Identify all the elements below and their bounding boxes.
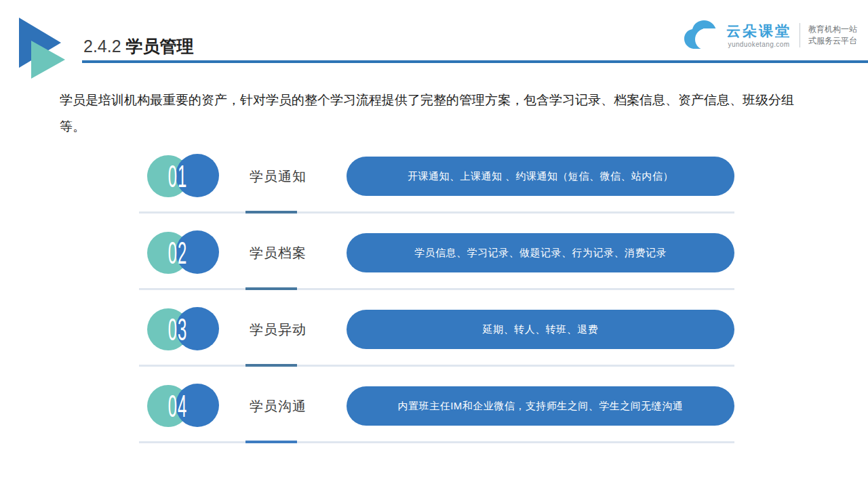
page-title: 2.4.2学员管理 xyxy=(83,35,194,58)
list-item: 04 学员沟通 内置班主任IM和企业微信，支持师生之间、学生之间无缝沟通 xyxy=(139,375,734,451)
list-item: 01 学员通知 开课通知、上课通知 、约课通知（短信、微信、站内信） xyxy=(139,145,734,222)
row-divider xyxy=(139,288,734,290)
divider-accent xyxy=(245,364,297,367)
row-divider xyxy=(139,211,734,214)
badge-number: 04 xyxy=(165,382,190,430)
brand-tagline: 教育机构一站 式服务云平台 xyxy=(808,24,857,47)
description-pill: 学员信息、学习记录、做题记录、行为记录、消费记录 xyxy=(347,233,734,272)
brand-logo: 云朵课堂 yunduoketang.com 教育机构一站 式服务云平台 xyxy=(683,19,857,52)
brand-name: 云朵课堂 xyxy=(726,23,791,39)
row-divider xyxy=(139,365,734,367)
intro-paragraph: 学员是培训机构最重要的资产，针对学员的整个学习流程提供了完整的管理方案，包含学习… xyxy=(60,87,819,140)
row-label: 学员通知 xyxy=(245,167,311,186)
title-underline xyxy=(82,60,868,63)
description-pill: 开课通知、上课通知 、约课通知（短信、微信、站内信） xyxy=(347,157,734,196)
divider-accent xyxy=(245,441,297,443)
row-label: 学员异动 xyxy=(245,321,311,339)
brand-text: 云朵课堂 yunduoketang.com xyxy=(726,23,791,48)
list-item: 02 学员档案 学员信息、学习记录、做题记录、行为记录、消费记录 xyxy=(139,222,734,298)
brand-divider xyxy=(800,23,800,47)
brand-domain: yunduoketang.com xyxy=(728,41,790,48)
slide-page: 2.4.2学员管理 云朵课堂 yunduoketang.com 教育机构一站 式… xyxy=(0,0,868,488)
badge-number: 02 xyxy=(165,229,190,277)
triangles-logo-icon xyxy=(12,11,73,80)
brand-tagline-line1: 教育机构一站 xyxy=(808,24,857,35)
row-label: 学员档案 xyxy=(245,244,311,262)
divider-accent xyxy=(245,287,297,290)
number-badge: 02 xyxy=(147,229,219,277)
badge-number: 03 xyxy=(165,306,190,353)
description-pill: 延期、转人、转班、退费 xyxy=(347,310,734,349)
cloud-icon xyxy=(683,19,724,52)
number-badge: 04 xyxy=(147,382,219,430)
description-pill: 内置班主任IM和企业微信，支持师生之间、学生之间无缝沟通 xyxy=(347,386,734,426)
number-badge: 01 xyxy=(147,152,219,200)
number-badge: 03 xyxy=(147,306,219,353)
feature-list: 01 学员通知 开课通知、上课通知 、约课通知（短信、微信、站内信） 02 学员… xyxy=(139,145,734,451)
badge-number: 01 xyxy=(165,152,190,200)
row-divider xyxy=(139,441,734,443)
divider-accent xyxy=(245,211,297,214)
row-label: 学员沟通 xyxy=(245,397,311,415)
brand-tagline-line2: 式服务云平台 xyxy=(808,35,857,47)
section-number: 2.4.2 xyxy=(83,37,121,56)
title-text: 学员管理 xyxy=(126,37,194,56)
list-item: 03 学员异动 延期、转人、转班、退费 xyxy=(139,298,734,375)
